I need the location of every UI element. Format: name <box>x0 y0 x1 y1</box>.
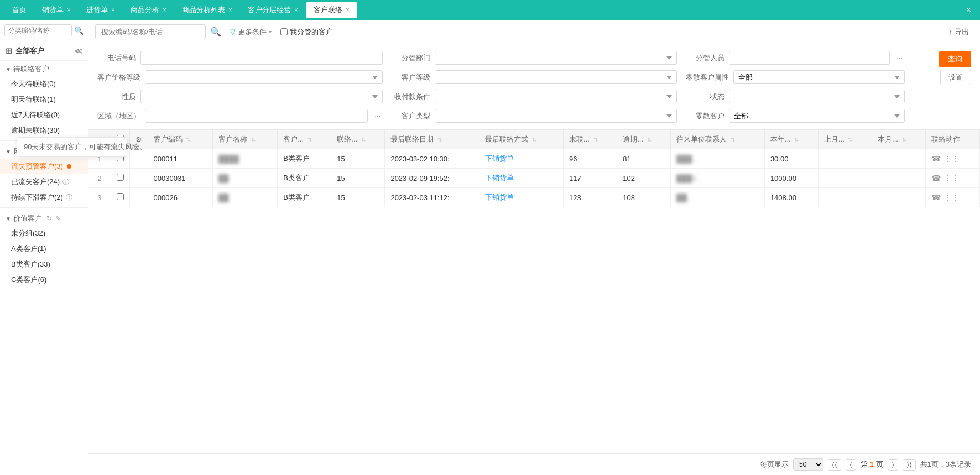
sidebar-item-churn-warning[interactable]: 流失预警客户(3) <box>0 159 88 174</box>
contact-action-icon[interactable]: ☎ <box>931 154 941 163</box>
sort-unit-icon[interactable]: ⇅ <box>731 137 735 143</box>
manager-input[interactable] <box>729 51 890 65</box>
sidebar-item-class-b[interactable]: B类客户(33) <box>0 257 88 272</box>
sort-code-icon[interactable]: ⇅ <box>186 137 190 143</box>
cell-code: 000026 <box>148 188 212 207</box>
query-button[interactable]: 查询 <box>939 51 971 67</box>
page-size-select[interactable]: 50 100 200 <box>793 458 823 471</box>
sidebar-item-unclassified[interactable]: 未分组(32) <box>0 226 88 241</box>
my-customers-filter[interactable]: 我分管的客户 <box>280 27 333 37</box>
sidebar: 🔍 ⊞ 全部客户 ≪ ▼ 待联络客户 今天待联络(0) 明天待联络(1) 近7天… <box>0 20 88 475</box>
cell-name: ████ <box>212 149 277 169</box>
sidebar-item-tomorrow-pending[interactable]: 明天待联络(1) <box>0 92 88 107</box>
more-action-icon[interactable]: ⋮⋮ <box>944 154 960 163</box>
customer-type-select[interactable] <box>435 109 677 123</box>
row-checkbox[interactable] <box>117 193 124 200</box>
cell-index: 2 <box>88 169 111 188</box>
close-customerlayering-icon[interactable]: × <box>294 6 298 14</box>
nav-tab-customerlayering[interactable]: 客户分层经营 × <box>240 2 306 18</box>
nav-tab-salesorder[interactable]: 销货单 × <box>34 2 79 18</box>
filter-search-input[interactable] <box>95 24 206 39</box>
sort-type-icon[interactable]: ⇅ <box>307 137 312 143</box>
sort-thismonth-icon[interactable]: ⇅ <box>902 137 906 143</box>
sidebar-section-pending[interactable]: ▼ 待联络客户 <box>0 61 88 76</box>
row-checkbox[interactable] <box>117 174 124 181</box>
sidebar-all-customers[interactable]: ⊞ 全部客户 ≪ <box>0 41 88 61</box>
last-page-button[interactable]: ⟩⟩ <box>903 459 916 471</box>
sort-method-icon[interactable]: ⇅ <box>532 137 536 143</box>
payment-select[interactable] <box>435 90 677 103</box>
my-customers-checkbox[interactable] <box>280 28 288 35</box>
cell-type: B类客户 <box>278 169 331 188</box>
region-dots-icon[interactable]: ··· <box>372 112 383 120</box>
col-customer-type: 客户... ⇅ <box>278 130 331 149</box>
more-conditions-button[interactable]: ▽ 更多条件 ▾ <box>226 25 276 39</box>
close-purchaseorder-icon[interactable]: × <box>111 6 115 14</box>
cell-last-month <box>818 188 872 207</box>
sidebar-search-icon[interactable]: 🔍 <box>74 26 84 35</box>
nav-home[interactable]: 首页 <box>4 5 34 15</box>
settings-button[interactable]: 设置 <box>940 70 971 85</box>
more-action-icon[interactable]: ⋮⋮ <box>944 193 960 202</box>
next-page-button[interactable]: ⟩ <box>888 459 898 471</box>
close-customercontact-icon[interactable]: × <box>346 6 350 14</box>
price-level-select[interactable] <box>145 70 383 84</box>
sort-name-icon[interactable]: ⇅ <box>251 137 256 143</box>
sidebar-item-churned[interactable]: 已流失客户(24) ⓘ <box>0 174 88 190</box>
retail-attr-select[interactable]: 全部 <box>733 70 905 84</box>
close-salesorder-icon[interactable]: × <box>67 6 71 14</box>
col-last-contact-method: 最后联络方式 ⇅ <box>479 130 563 149</box>
phone-input[interactable] <box>140 51 383 65</box>
filter-row-retail-attr: 零散客户属性 全部 <box>686 70 971 84</box>
nature-select[interactable] <box>140 90 383 103</box>
region-input[interactable] <box>145 109 368 123</box>
filter-search-button[interactable]: 🔍 <box>210 27 221 37</box>
sidebar-item-7days-pending[interactable]: 近7天待联络(0) <box>0 107 88 123</box>
nav-tab-productanalysislist[interactable]: 商品分析列表 × <box>174 2 240 18</box>
contact-action-icon[interactable]: ☎ <box>931 193 941 202</box>
sidebar-search-input[interactable] <box>4 24 72 36</box>
chevron-down-icon: ▾ <box>269 29 272 35</box>
nav-tab-purchaseorder[interactable]: 进货单 × <box>79 2 123 18</box>
prev-page-button[interactable]: ⟨ <box>846 459 856 471</box>
cell-check <box>111 188 129 207</box>
status-select[interactable] <box>729 90 905 103</box>
sidebar-item-today-pending[interactable]: 今天待联络(0) <box>0 76 88 92</box>
sort-date-icon[interactable]: ⇅ <box>437 137 442 143</box>
sort-lastmonth-icon[interactable]: ⇅ <box>848 137 852 143</box>
close-productanalysis-icon[interactable]: × <box>163 6 166 14</box>
sort-contact-icon[interactable]: ⇅ <box>361 137 366 143</box>
method-link[interactable]: 下销货单 <box>485 154 514 163</box>
sidebar-item-class-c[interactable]: C类客户(6) <box>0 272 88 288</box>
cell-this-year: 1000.00 <box>764 169 818 188</box>
retail-customer-select[interactable]: 全部 <box>729 109 905 123</box>
top-nav: 首页 销货单 × 进货单 × 商品分析 × 商品分析列表 × 客户分层经营 × … <box>0 0 980 20</box>
sidebar-item-class-a[interactable]: A类客户(1) <box>0 241 88 257</box>
nav-tab-customercontact[interactable]: 客户联络 × <box>306 2 357 18</box>
customer-level-select[interactable] <box>435 70 677 84</box>
sidebar-section-value[interactable]: ▼ 价值客户 ↻ ✎ <box>0 210 88 226</box>
manager-dots-icon[interactable]: ··· <box>894 54 905 62</box>
grid-icon: ⊞ <box>6 46 12 55</box>
dept-select[interactable] <box>435 51 677 65</box>
method-link[interactable]: 下销货单 <box>485 193 514 201</box>
sidebar-search-container: 🔍 <box>0 20 88 41</box>
close-productanalysislist-icon[interactable]: × <box>228 6 232 14</box>
sidebar-item-overdue-uncontacted[interactable]: 逾期未联络(30) <box>0 123 88 138</box>
method-link[interactable]: 下销货单 <box>485 174 514 182</box>
more-action-icon[interactable]: ⋮⋮ <box>944 174 960 182</box>
export-button[interactable]: ↑ 导出 <box>945 25 974 39</box>
nav-tab-productanalysis[interactable]: 商品分析 × <box>123 2 174 18</box>
export-icon: ↑ <box>949 28 953 36</box>
page-number-label: 第 1 页 <box>861 460 883 469</box>
sort-year-icon[interactable]: ⇅ <box>794 137 799 143</box>
contact-action-icon[interactable]: ☎ <box>931 174 941 182</box>
sort-overdue-icon[interactable]: ⇅ <box>647 137 651 143</box>
sort-uncontacted-icon[interactable]: ⇅ <box>593 137 598 143</box>
filter-row-payment: 收付款条件 <box>392 90 677 103</box>
collapse-icon[interactable]: ≪ <box>74 46 82 55</box>
cell-date: 2023-03-02 10:30: <box>385 149 479 169</box>
first-page-button[interactable]: ⟨⟨ <box>828 459 841 471</box>
close-all-icon[interactable]: × <box>962 5 976 15</box>
sidebar-item-declining[interactable]: 持续下滑客户(2) ⓘ <box>0 190 88 205</box>
